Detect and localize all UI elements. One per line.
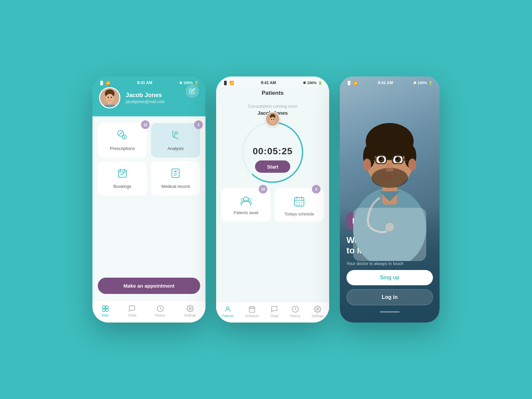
nav2-chats-label: Chats xyxy=(270,314,279,318)
phone-1: ▐▌ 📶 9:41 AM ✱ 100% 🔋 xyxy=(92,76,205,323)
schedule-badge: 4 xyxy=(312,185,321,194)
user-header: Jacob Jones jacobjones@mail.com xyxy=(92,87,205,116)
prescriptions-label: Prescriptions xyxy=(110,146,135,151)
svg-point-66 xyxy=(378,157,384,163)
phone-3: ▐▌ 📶 9:41 AM ✱ 100% 🔋 H Welcome to MyHea… xyxy=(340,76,440,323)
main-content: 12 Prescriptions xyxy=(92,116,205,301)
nav-chats-label: Chats xyxy=(128,314,136,317)
signal-icon: ▐▌ xyxy=(99,81,104,85)
nav-main[interactable]: Main xyxy=(102,305,109,317)
svg-rect-23 xyxy=(106,306,108,308)
svg-point-42 xyxy=(297,202,298,203)
time-display-3: 9:41 AM xyxy=(378,80,393,85)
nav2-history[interactable]: History xyxy=(290,306,300,318)
user-name: Jacob Jones xyxy=(126,92,180,99)
home-indicator xyxy=(380,311,400,313)
svg-point-69 xyxy=(396,157,398,160)
svg-point-48 xyxy=(226,307,229,309)
svg-point-45 xyxy=(297,204,298,205)
patients-icon xyxy=(240,196,252,208)
start-button[interactable]: Start xyxy=(255,161,290,173)
wifi-icon-3: 📶 xyxy=(353,81,358,85)
svg-point-30 xyxy=(270,117,275,124)
svg-point-31 xyxy=(271,119,272,120)
mini-avatar xyxy=(265,112,280,126)
timer-container: 00:05:25 Start xyxy=(239,119,306,186)
nav2-patients[interactable]: Patients xyxy=(222,306,234,318)
bookings-label: Bookings xyxy=(113,184,131,189)
svg-rect-6 xyxy=(104,105,115,108)
svg-rect-22 xyxy=(103,306,105,308)
svg-point-3 xyxy=(108,97,109,98)
nav-history-label: History xyxy=(155,314,165,317)
patients-header: Patients xyxy=(216,87,329,100)
bluetooth-icon-3: ✱ xyxy=(413,81,416,85)
svg-point-46 xyxy=(299,204,300,205)
time-display-2: 9:41 AM xyxy=(261,80,276,85)
patients-await-card[interactable]: 18 Patients await xyxy=(221,188,271,222)
svg-point-63 xyxy=(408,159,416,171)
nav2-schedule[interactable]: Schedule xyxy=(245,306,259,318)
bluetooth-icon-2: ✱ xyxy=(303,81,306,85)
nav-settings[interactable]: Settings xyxy=(184,305,196,317)
appointment-button[interactable]: Make an appointment xyxy=(98,278,200,294)
nav2-chats[interactable]: Chats xyxy=(270,306,279,318)
analysis-card[interactable]: 3 Analysis xyxy=(151,123,200,158)
svg-rect-76 xyxy=(353,208,426,261)
status-bar-3: ▐▌ 📶 9:41 AM ✱ 100% 🔋 xyxy=(340,76,440,87)
nav2-patients-label: Patients xyxy=(222,314,234,318)
signal-icon-2: ▐▌ xyxy=(223,81,228,85)
prescriptions-icon xyxy=(117,130,128,143)
nav-settings-label: Settings xyxy=(184,314,196,317)
doctor-svg xyxy=(343,95,436,261)
svg-point-32 xyxy=(273,119,274,120)
signal-icon-3: ▐▌ xyxy=(346,81,352,85)
battery-icon-2: 🔋 xyxy=(318,81,323,85)
analysis-icon xyxy=(170,130,181,143)
svg-point-37 xyxy=(248,199,251,201)
card-row-1: 12 Prescriptions xyxy=(98,123,200,158)
svg-point-27 xyxy=(189,308,191,310)
todays-schedule-card[interactable]: 4 xyxy=(275,188,324,222)
svg-point-44 xyxy=(301,202,302,203)
user-avatar-img xyxy=(100,87,119,108)
bottom-nav-1: Main Chats History xyxy=(92,301,205,323)
svg-point-67 xyxy=(395,157,401,163)
nav2-settings[interactable]: Settings xyxy=(312,306,324,318)
patients-body: Consultation coming soon Jacob Jones xyxy=(216,100,329,302)
edit-button[interactable] xyxy=(186,84,199,98)
bluetooth-icon: ✱ xyxy=(179,81,182,85)
consult-label: Consultation coming soon xyxy=(248,104,298,109)
time-display: 9:41 AM xyxy=(137,80,152,85)
phones-container: ▐▌ 📶 9:41 AM ✱ 100% 🔋 xyxy=(92,76,440,323)
timer-display: 00:05:25 xyxy=(253,146,293,157)
patients-await-badge: 18 xyxy=(259,185,267,194)
status-bar-2: ▐▌ 📶 9:41 AM ✱ 100% 🔋 xyxy=(216,76,329,87)
nav2-settings-label: Settings xyxy=(312,314,324,318)
avatar xyxy=(99,87,120,108)
stats-cards: 18 Patients await xyxy=(221,188,324,222)
analysis-label: Analysis xyxy=(168,146,184,151)
svg-point-62 xyxy=(363,159,371,171)
signup-button[interactable]: Sing up xyxy=(346,270,433,285)
medical-record-card[interactable]: Medical record xyxy=(151,162,200,196)
todays-schedule-label: Todays schedule xyxy=(284,212,314,216)
login-button[interactable]: Log in xyxy=(346,289,433,305)
phone-2: ▐▌ 📶 9:41 AM ✱ 100% 🔋 Patients Consultat… xyxy=(216,76,329,323)
prescriptions-card[interactable]: 12 Prescriptions xyxy=(98,123,147,158)
schedule-icon xyxy=(294,196,305,209)
doctor-illustration xyxy=(340,95,440,261)
analysis-badge: 3 xyxy=(194,120,203,129)
svg-rect-49 xyxy=(249,307,255,313)
svg-rect-13 xyxy=(118,170,126,177)
bookings-card[interactable]: Bookings xyxy=(98,162,147,196)
svg-line-8 xyxy=(119,132,122,135)
nav-history[interactable]: History xyxy=(155,305,165,317)
timer-inner: 00:05:25 Start xyxy=(253,132,293,173)
svg-rect-24 xyxy=(103,309,105,311)
medical-record-icon xyxy=(171,168,181,181)
battery-icon-3: 🔋 xyxy=(428,81,433,85)
nav-main-label: Main xyxy=(102,314,109,317)
nav-chats[interactable]: Chats xyxy=(128,305,136,317)
nav2-schedule-label: Schedule xyxy=(245,314,259,318)
